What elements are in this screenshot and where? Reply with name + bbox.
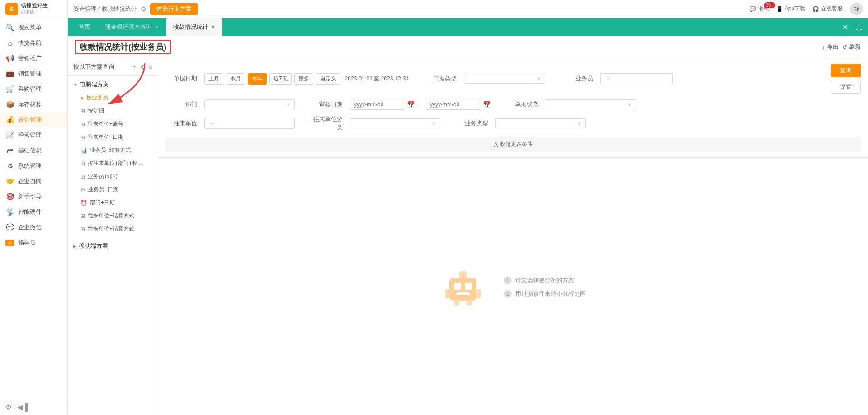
- salesperson-settle-icon: 📊: [80, 147, 87, 154]
- sidebar-item-purchase[interactable]: 🛒 采购管理: [0, 81, 67, 97]
- counterpart-cat-select[interactable]: ▼: [350, 118, 440, 128]
- collapse-sidebar-btn[interactable]: ◀▐: [17, 403, 28, 411]
- settings-button[interactable]: 设置: [831, 80, 861, 94]
- dept-select[interactable]: ▼: [204, 99, 295, 109]
- sidebar-item-hardware[interactable]: 📡 智能硬件: [0, 204, 67, 220]
- messages-btn[interactable]: 💬 消息 99+: [750, 5, 769, 13]
- query-button[interactable]: 查询: [831, 64, 861, 77]
- filter-row-2: 部门 ▼ 审核日期 📅 — 📅 单据状态: [165, 99, 861, 110]
- scheme-item-unit-account[interactable]: ⊞ 往来单位+账号: [68, 118, 158, 131]
- collab-icon: 🤝: [5, 177, 14, 185]
- sidebar-item-label: 企业协同: [18, 177, 42, 185]
- add-scheme-btn[interactable]: ＋: [131, 63, 137, 71]
- review-date-from-cal[interactable]: 📅: [407, 101, 415, 108]
- counterpart-select[interactable]: ···: [204, 118, 295, 129]
- svg-rect-0: [449, 278, 476, 301]
- sidebar-item-basic[interactable]: 🗃 基础信息: [0, 143, 67, 158]
- review-date-to-cal[interactable]: 📅: [483, 101, 491, 108]
- counterpart-cat-label: 往来单位分类: [311, 115, 343, 132]
- sidebar-item-search[interactable]: 🔍 搜索菜单: [0, 20, 67, 35]
- scheme-item-salesperson-settle[interactable]: 📊 业务员+结算方式: [68, 144, 158, 157]
- tab-receipt-stats[interactable]: 收款情况统计 ✕: [166, 18, 222, 36]
- member-icon: V: [5, 240, 14, 246]
- sidebar-item-operation[interactable]: 📈 经营管理: [0, 127, 67, 143]
- receipt-stats-close-btn[interactable]: ✕: [211, 24, 215, 30]
- sidebar-item-finance[interactable]: 💰 资金管理: [0, 112, 67, 127]
- trial-button[interactable]: 体验行业方案: [150, 3, 198, 15]
- desktop-group-header[interactable]: ▼ 电脑端方案: [68, 78, 158, 91]
- top-bar: 资金管理 / 收款情况统计 ⚙ 体验行业方案 💬 消息 99+ 📱 App下载 …: [68, 0, 868, 18]
- bank-flow-close-btn[interactable]: ✕: [155, 24, 159, 30]
- collapse-panel-btn[interactable]: «: [149, 63, 152, 71]
- sidebar-nav: 🔍 搜索菜单 ⌂ 快捷导航 📢 营销推广 💼 销售管理 🛒 采购管理 📦 库存核…: [0, 18, 67, 399]
- scheme-item-unit-dept[interactable]: ⊞ 按往来单位+部门+收...: [68, 157, 158, 170]
- sidebar-item-member[interactable]: V 畅会员: [0, 235, 67, 250]
- online-service-btn[interactable]: 🎧 在线客服: [812, 5, 843, 13]
- tab-bank-flow[interactable]: 现金银行流水查询 ✕: [98, 18, 166, 36]
- mobile-group-header[interactable]: ▶ 移动端方案: [68, 239, 158, 253]
- hardware-icon: 📡: [5, 208, 14, 216]
- mobile-group-arrow: ▶: [73, 244, 77, 249]
- refresh-icon: ↺: [842, 44, 847, 51]
- date-btn-custom[interactable]: 自定义: [316, 73, 340, 85]
- sidebar-item-inventory[interactable]: 📦 库存核算: [0, 97, 67, 112]
- sidebar-item-quicknav[interactable]: ⌂ 快捷导航: [0, 35, 67, 51]
- collapse-filters-btn[interactable]: ⋀ 收起更多条件: [165, 137, 861, 152]
- date-btn-this-month[interactable]: 本月: [226, 73, 245, 85]
- date-btn-this-year[interactable]: 本年: [248, 73, 267, 85]
- svg-rect-9: [467, 300, 472, 305]
- sidebar-item-label: 经营管理: [18, 131, 42, 139]
- sidebar-item-system[interactable]: ⚙ 系统管理: [0, 158, 67, 174]
- desktop-group-label: 电脑端方案: [80, 80, 109, 89]
- scheme-item-unit-settle1[interactable]: ⊞ 往来单位+结算方式: [68, 209, 158, 222]
- scheme-item-salesperson-account[interactable]: ⊞ 业务员+账号: [68, 170, 158, 183]
- operation-icon: 📈: [5, 131, 14, 139]
- bank-flow-tab-label: 现金银行流水查询: [105, 23, 152, 31]
- scheme-item-dept-date[interactable]: ⏰ 部门+日期: [68, 196, 158, 209]
- sidebar-item-label: 系统管理: [18, 162, 42, 170]
- tab-home[interactable]: 首页: [71, 18, 98, 36]
- gear-icon[interactable]: ⚙: [141, 5, 146, 13]
- user-avatar[interactable]: Rit: [850, 3, 863, 15]
- date-btn-7days[interactable]: 近7天: [269, 73, 292, 85]
- action-buttons: 查询 设置: [831, 64, 861, 94]
- scheme-item-unit-date[interactable]: ⊞ 往来单位+日期: [68, 131, 158, 144]
- date-btn-more[interactable]: 更多: [294, 73, 313, 85]
- sidebar-item-collab[interactable]: 🤝 企业协同: [0, 174, 67, 189]
- export-btn[interactable]: ↑ 导出: [822, 43, 839, 51]
- tab-close-all-btn[interactable]: ✕: [840, 21, 850, 33]
- refresh-btn[interactable]: ↺ 刷新: [842, 43, 861, 51]
- tab-bar: 首页 现金银行流水查询 ✕ 收款情况统计 ✕ ✕ ⛶: [68, 18, 868, 36]
- unit-date-icon: ⊞: [80, 134, 85, 141]
- page-title: 收款情况统计(按业务员): [75, 40, 171, 54]
- sidebar-item-wechat[interactable]: 💬 企业微信: [0, 220, 67, 235]
- doc-type-arrow: ▼: [536, 76, 541, 81]
- scheme-item-detail[interactable]: ⊞ 按明细: [68, 104, 158, 118]
- sidebar-item-guide[interactable]: 🎯 新手引导: [0, 189, 67, 204]
- sidebar-item-sales[interactable]: 💼 销售管理: [0, 66, 67, 81]
- biz-type-select[interactable]: ▼: [495, 118, 586, 128]
- scheme-item-by-salesperson[interactable]: ● 按业务员: [68, 91, 158, 104]
- review-date-from-input[interactable]: [350, 99, 404, 110]
- scheme-item-unit-settle2[interactable]: ⊞ 往来单位+结算方式: [68, 222, 158, 236]
- settings-bottom-btn[interactable]: ⚙: [5, 403, 12, 411]
- tip-text-1: 请先选择要分析的方案: [515, 276, 574, 284]
- salesperson-select[interactable]: ···: [600, 73, 673, 84]
- collapse-label: 收起更多条件: [500, 141, 533, 148]
- tip-number-2: 2: [504, 290, 512, 298]
- sidebar-item-marketing[interactable]: 📢 营销推广: [0, 51, 67, 66]
- active-scheme-icon: ●: [80, 95, 84, 101]
- app-download-btn[interactable]: 📱 App下载: [776, 5, 805, 13]
- scheme-item-label: 按业务员: [86, 94, 108, 102]
- scheme-item-salesperson-date[interactable]: ⚙ 业务员+日期: [68, 183, 158, 196]
- doc-status-select[interactable]: ▼: [546, 99, 636, 109]
- date-btn-last-month[interactable]: 上月: [204, 73, 223, 85]
- svg-rect-7: [476, 289, 481, 298]
- svg-rect-1: [454, 283, 461, 290]
- scheme-settings-btn[interactable]: ⚙: [140, 63, 146, 71]
- review-date-to-input[interactable]: [426, 99, 480, 110]
- scheme-item-label: 往来单位+结算方式: [88, 225, 134, 233]
- tab-maximize-btn[interactable]: ⛶: [854, 21, 864, 33]
- doc-type-select[interactable]: ▼: [464, 74, 545, 84]
- sidebar-item-label: 资金管理: [18, 116, 42, 124]
